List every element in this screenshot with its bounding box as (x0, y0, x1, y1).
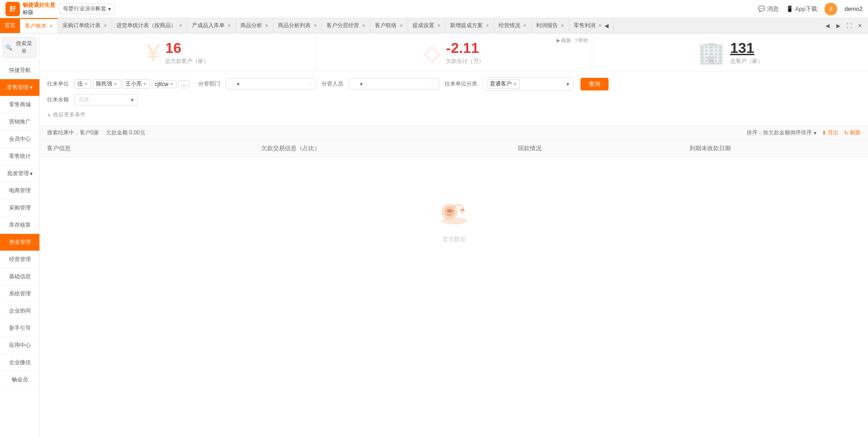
sort-selector[interactable]: 排序：按欠款金额倒序排序 ▾ (747, 129, 816, 137)
sidebar-item-basic-info[interactable]: 基础信息 (0, 268, 39, 285)
tab-retail-profit[interactable]: 零售利润 ✕ ◀ (569, 18, 614, 33)
sidebar-item-retail-management[interactable]: 零售管理 ▾ (0, 79, 39, 96)
sidebar-item-wechat[interactable]: 企业微信 (0, 354, 39, 371)
sidebar-item-label: 资金管理 (9, 239, 31, 245)
tab-prev-button[interactable]: ◀ (823, 21, 832, 30)
tab-commission-settings[interactable]: 提成设置 ✕ (408, 18, 446, 33)
sidebar-item-retail-stats[interactable]: 零售统计 (0, 148, 39, 165)
help-button[interactable]: ? 帮助 (575, 37, 588, 44)
sidebar-item-guide[interactable]: 新手引导 (0, 320, 39, 337)
close-icon[interactable]: ✕ (437, 23, 441, 28)
tab-profit-report[interactable]: 利润报告 ✕ (532, 18, 569, 33)
close-icon[interactable]: ✕ (523, 23, 527, 28)
close-icon[interactable]: ✕ (265, 23, 269, 28)
close-icon[interactable]: ✕ (485, 23, 489, 28)
tab-product-analysis[interactable]: 商品分析 ✕ (236, 18, 273, 33)
filter-row-1: 往来单位 伍 ✕ 陈民强 ✕ 王小亮 ✕ cjttcw (47, 77, 861, 90)
tab-customer-segment[interactable]: 客户分层经营 ✕ (322, 18, 370, 33)
close-icon[interactable]: ✕ (179, 23, 182, 28)
query-button[interactable]: 查询 (580, 78, 609, 90)
dept-select-value (230, 80, 235, 88)
tab-product-analysis-list[interactable]: 商品分析列表 ✕ (273, 18, 322, 33)
close-icon[interactable]: ✕ (598, 23, 602, 28)
balance-placeholder: 选择... (78, 96, 94, 104)
sidebar-item-quick-nav[interactable]: 快捷导航 (0, 62, 39, 79)
sidebar-item-system[interactable]: 系统管理 (0, 285, 39, 303)
tab-home[interactable]: 首页 (0, 18, 20, 33)
col-date-info: 到期未收款日期 (690, 144, 861, 152)
sidebar-item-label: 采购管理 (9, 204, 31, 211)
sidebar-item-wholesale[interactable]: 批发管理 ▾ (0, 165, 39, 182)
close-icon[interactable]: ✕ (561, 23, 564, 28)
close-icon[interactable]: ✕ (362, 23, 365, 28)
logo-sub: 标版 (23, 9, 55, 16)
tab-production-inbound[interactable]: 产成品入库单 ✕ (187, 18, 236, 33)
balance-select[interactable]: 选择... ▾ (74, 94, 138, 105)
stat-values: -2.11 欠款合计（万） (446, 40, 484, 65)
sidebar-item-marketing[interactable]: 营销推广 (0, 114, 39, 131)
unit-filter-tags: 伍 ✕ 陈民强 ✕ 王小亮 ✕ cjttcw ✕ (74, 79, 189, 89)
workspace-label: 母婴行业演示帐套 (63, 5, 106, 13)
close-icon[interactable]: ✕ (313, 23, 317, 28)
sidebar-item-inventory[interactable]: 库存核算 (0, 217, 39, 234)
col-label: 客户信息 (47, 145, 71, 152)
tab-label: 商品分析列表 (278, 22, 311, 29)
sidebar-item-retail-mall[interactable]: 零售商城 (0, 96, 39, 114)
message-button[interactable]: 💬 消息 (758, 5, 779, 13)
export-label: 导出 (828, 129, 839, 137)
unit-tag-more[interactable]: ... (178, 80, 189, 88)
refresh-button[interactable]: ↻ 刷新 (844, 129, 861, 137)
refresh-icon: ↻ (844, 130, 849, 136)
unit-type-select[interactable]: 普通客户 ✕ ▾ (483, 77, 573, 90)
tab-purchase-order-stats[interactable]: 采购订单统计表 ✕ (58, 18, 112, 33)
tab-inbound-stats[interactable]: 进货单统计表（按商品） ✕ (112, 18, 187, 33)
sidebar-item-operations[interactable]: 经营管理 (0, 251, 39, 268)
sidebar-item-member-center[interactable]: 会员中心 (0, 131, 39, 148)
col-label: 到期未收款日期 (690, 145, 731, 152)
close-icon[interactable]: ✕ (103, 23, 107, 28)
close-icon[interactable]: ✕ (49, 24, 53, 28)
sidebar-item-purchase[interactable]: 采购管理 (0, 200, 39, 217)
remove-tag-button[interactable]: ✕ (114, 81, 117, 86)
tab-operations[interactable]: 经营情况 ✕ (494, 18, 532, 33)
collapse-button[interactable]: ∧ 收起更多条件 (47, 109, 861, 120)
avatar[interactable]: d (825, 3, 837, 15)
remove-tag-button[interactable]: ✕ (84, 81, 88, 86)
close-icon[interactable]: ✕ (399, 23, 403, 28)
sidebar-item-enterprise[interactable]: 企业协同 (0, 303, 39, 320)
tab-customer-contact[interactable]: 客户联络 ✕ (370, 18, 408, 33)
export-button[interactable]: ⬆ 导出 (822, 129, 839, 137)
stat-number-customers: 16 (165, 40, 209, 57)
unit-tag-wu: 伍 ✕ (74, 79, 91, 89)
sidebar-item-ecommerce[interactable]: 电商管理 (0, 182, 39, 200)
remove-tag-button[interactable]: ✕ (170, 81, 173, 86)
app-download-button[interactable]: 📱 App下载 (786, 5, 817, 13)
tab-label: 产成品入库单 (192, 22, 225, 29)
tag-text: 王小亮 (125, 80, 142, 88)
help-icon: ? (575, 38, 577, 43)
sidebar-item-label: 零售管理 (7, 84, 29, 90)
dept-select[interactable]: ▾ ··· (225, 78, 316, 90)
sidebar-item-label: 应用中心 (9, 342, 31, 348)
tab-new-commission[interactable]: 新增提成方案 ✕ (446, 18, 494, 33)
workspace-selector[interactable]: 母婴行业演示帐套 ▾ (59, 4, 115, 14)
tab-close-all-button[interactable]: ✕ (855, 21, 864, 30)
close-icon[interactable]: ✕ (227, 23, 231, 28)
video-help-button[interactable]: ▶ 视频 (556, 37, 571, 44)
remove-tag-button[interactable]: ✕ (143, 81, 147, 86)
person-select[interactable]: ▾ ··· (349, 78, 439, 90)
tag-text: 伍 (77, 80, 83, 88)
sidebar-item-member[interactable]: 畅会员 (0, 371, 39, 389)
tab-label: 客户分层经营 (326, 22, 359, 29)
chevron-down-icon: ▾ (30, 171, 33, 177)
stats-bar: ¥ 16 总欠款客户（家） ◇ -2.11 欠款合计（万） ▶ 视频 (40, 33, 868, 72)
tab-next-button[interactable]: ▶ (834, 21, 843, 30)
tab-label: 客户账本 (25, 22, 47, 30)
stat-building-icon: 🏢 (698, 40, 725, 65)
sidebar-item-finance[interactable]: 资金管理 (0, 234, 39, 251)
tab-fullscreen-button[interactable]: ⛶ (844, 21, 854, 30)
tab-customer-ledger[interactable]: 客户账本 ✕ (20, 18, 58, 33)
search-menu-button[interactable]: 🔍 搜索菜单 (3, 37, 37, 58)
remove-type-tag-button[interactable]: ✕ (513, 81, 517, 86)
sidebar-item-app-center[interactable]: 应用中心 (0, 337, 39, 354)
